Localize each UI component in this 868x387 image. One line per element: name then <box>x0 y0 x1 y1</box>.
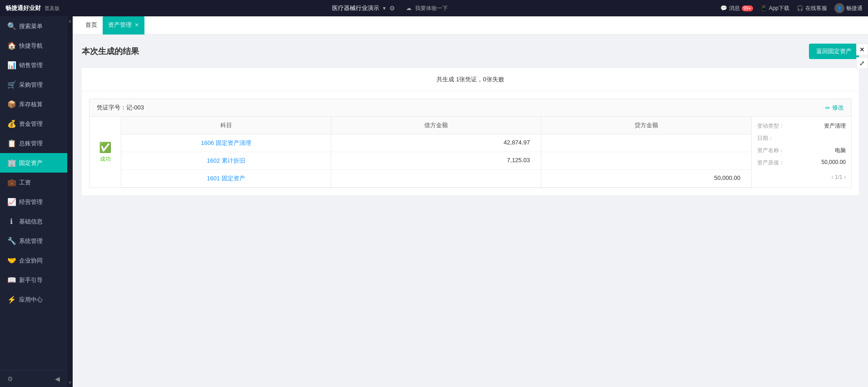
debit-cell-3 <box>331 170 541 187</box>
date-row: 日期： <box>757 134 846 142</box>
scroll-down-icon[interactable]: ▼ <box>68 380 72 385</box>
system-icon: 🔧 <box>7 237 15 245</box>
messages-label: 消息 <box>729 5 740 12</box>
col-credit: 贷方金额 <box>541 117 751 134</box>
sidebar-item-label: 快捷导航 <box>19 42 43 50</box>
sidebar-item-coop[interactable]: 🤝 企业协同 <box>0 251 67 270</box>
fixed-assets-icon: 🏢 <box>7 159 15 167</box>
sidebar-item-label: 应用中心 <box>19 296 43 304</box>
table-header-row: 科目 借方金额 贷方金额 <box>121 117 751 134</box>
sidebar-item-label: 固定资产 <box>19 159 43 167</box>
change-type-label: 变动类型： <box>757 122 784 130</box>
sidebar-item-basic-info[interactable]: ℹ 基础信息 <box>0 212 67 231</box>
sidebar-item-quick-nav[interactable]: 🏠 快捷导航 <box>0 36 67 55</box>
page-content: 本次生成的结果 返回固定资产 共生成 1张凭证，0张失败 凭证字号：记-003 … <box>73 35 868 387</box>
settings-gear-icon[interactable]: ⚙ <box>389 5 395 12</box>
sidebar-item-sales[interactable]: 📊 销售管理 <box>0 55 67 75</box>
col-subject: 科目 <box>121 117 331 134</box>
credit-cell-2 <box>541 152 751 169</box>
sidebar-item-label: 总账管理 <box>19 139 43 148</box>
guide-icon: 📖 <box>7 276 15 284</box>
username: 畅捷通 <box>846 5 863 12</box>
ledger-icon: 📋 <box>7 139 15 148</box>
subject-cell-1[interactable]: 1606 固定资产清理 <box>121 134 331 152</box>
payroll-icon: 💼 <box>7 178 15 187</box>
sidebar-item-apps[interactable]: ⚡ 应用中心 <box>0 290 67 309</box>
voucher-table: 科目 借方金额 贷方金额 1606 固定资产清理 42,874.97 <box>121 117 751 188</box>
page-title: 本次生成的结果 <box>82 46 139 57</box>
page-header: 本次生成的结果 返回固定资产 <box>82 44 859 59</box>
tab-home[interactable]: 首页 <box>80 16 103 35</box>
change-type-row: 变动类型： 资产清理 <box>757 122 846 130</box>
asset-name-label: 资产名称： <box>757 147 784 154</box>
inventory-icon: 📦 <box>7 100 15 109</box>
collapse-icon[interactable]: ◀ <box>55 375 60 382</box>
app-download-button[interactable]: 📱 App下载 <box>760 5 789 12</box>
debit-cell-1: 42,874.97 <box>331 134 541 152</box>
tab-bar: 首页 资产管理 ✕ <box>73 16 868 35</box>
sidebar-item-label: 销售管理 <box>19 61 43 69</box>
online-service-button[interactable]: 🎧 在线客服 <box>797 5 827 12</box>
table-row: 1606 固定资产清理 42,874.97 <box>121 134 751 152</box>
close-panel-button[interactable]: ✕ <box>856 44 868 55</box>
subject-cell-3[interactable]: 1601 固定资产 <box>121 170 331 187</box>
voucher-section: 凭证字号：记-003 ✏ 修改 ✅ 成功 <box>89 99 852 188</box>
result-card: 共生成 1张凭证，0张失败 凭证字号：记-003 ✏ 修改 <box>82 68 859 195</box>
sidebar-item-guide[interactable]: 📖 新手引导 <box>0 270 67 290</box>
voucher-header: 凭证字号：记-003 ✏ 修改 <box>89 99 851 117</box>
tab-asset-manage[interactable]: 资产管理 ✕ <box>103 16 144 35</box>
panel-controls: ✕ ⤢ <box>856 44 868 69</box>
sidebar-item-system[interactable]: 🔧 系统管理 <box>0 231 67 251</box>
back-to-fixed-assets-button[interactable]: 返回固定资产 <box>809 44 859 59</box>
next-page-icon[interactable]: › <box>844 174 846 180</box>
edit-icon: ✏ <box>825 104 830 111</box>
sidebar-item-payroll[interactable]: 💼 工资 <box>0 173 67 192</box>
search-icon: 🔍 <box>7 22 15 30</box>
success-label: 成功 <box>100 155 111 163</box>
credit-cell-1 <box>541 134 751 152</box>
header-center: 医疗器械行业演示 ▾ ⚙ ☁ 我要体验一下 <box>60 4 720 12</box>
sidebar-item-ledger[interactable]: 📋 总账管理 <box>0 134 67 153</box>
company-dropdown-icon[interactable]: ▾ <box>383 5 386 11</box>
panel-pagination: ‹ 1/1 › <box>757 174 846 180</box>
messages-badge: 99+ <box>742 5 753 11</box>
sidebar-item-label: 资金管理 <box>19 120 43 128</box>
top-header: 畅捷通好业财 普及版 医疗器械行业演示 ▾ ⚙ ☁ 我要体验一下 💬 消息 99… <box>0 0 868 16</box>
prev-page-icon[interactable]: ‹ <box>832 174 833 180</box>
asset-name-row: 资产名称： 电脑 <box>757 147 846 154</box>
sidebar-item-label: 经营管理 <box>19 198 43 206</box>
scroll-up-icon[interactable]: ▲ <box>68 18 72 23</box>
tab-close-icon[interactable]: ✕ <box>134 22 139 28</box>
sidebar-item-ops[interactable]: 📈 经营管理 <box>0 192 67 212</box>
sidebar-item-label: 系统管理 <box>19 237 43 245</box>
success-status-col: ✅ 成功 <box>89 117 121 188</box>
sidebar-item-label: 企业协同 <box>19 257 43 265</box>
app-logo: 畅捷通好业财 <box>5 4 41 12</box>
coop-icon: 🤝 <box>7 256 15 265</box>
basic-info-icon: ℹ <box>7 217 15 226</box>
sidebar-item-inventory[interactable]: 📦 库存核算 <box>0 94 67 114</box>
change-type-value: 资产清理 <box>824 122 846 130</box>
experience-button[interactable]: 我要体验一下 <box>415 5 448 12</box>
sidebar-item-purchase[interactable]: 🛒 采购管理 <box>0 75 67 94</box>
user-info[interactable]: 👤 畅捷通 <box>834 3 863 13</box>
table-row: 1602 累计折旧 7,125.03 <box>121 152 751 170</box>
logo-area: 畅捷通好业财 普及版 <box>5 4 60 12</box>
voucher-body: ✅ 成功 科目 借方金额 贷方金额 160 <box>89 117 851 188</box>
messages-button[interactable]: 💬 消息 99+ <box>720 5 753 12</box>
settings-icon[interactable]: ⚙ <box>7 375 13 382</box>
expand-panel-button[interactable]: ⤢ <box>856 57 868 69</box>
sidebar-item-capital[interactable]: 💰 资金管理 <box>0 114 67 134</box>
sidebar-item-fixed-assets[interactable]: 🏢 固定资产 <box>0 153 67 173</box>
app-edition: 普及版 <box>45 5 60 12</box>
sales-icon: 📊 <box>7 61 15 69</box>
subject-cell-2[interactable]: 1602 累计折旧 <box>121 152 331 169</box>
message-icon: 💬 <box>720 5 727 11</box>
sidebar-item-search[interactable]: 🔍 搜索菜单 <box>0 16 67 36</box>
voucher-number: 凭证字号：记-003 <box>97 104 144 112</box>
ops-icon: 📈 <box>7 198 15 206</box>
sidebar-item-label: 库存核算 <box>19 100 43 109</box>
edit-voucher-button[interactable]: ✏ 修改 <box>825 104 844 112</box>
sidebar-item-label: 基础信息 <box>19 218 43 226</box>
sidebar: 🔍 搜索菜单 🏠 快捷导航 📊 销售管理 🛒 采购管理 📦 库存核算 💰 <box>0 16 67 387</box>
